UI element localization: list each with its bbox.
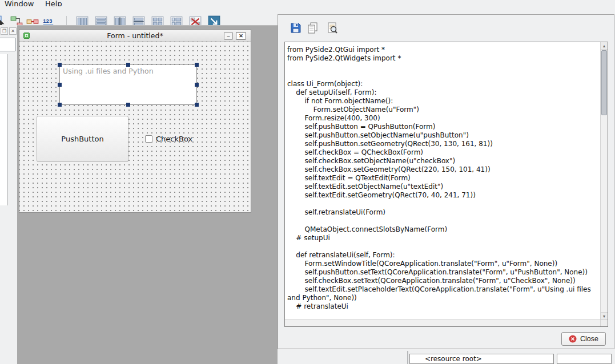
code-line: if not Form.objectName(): [287, 97, 598, 106]
code-line [287, 63, 598, 71]
code-line: self.checkBox = QCheckBox(Form) [287, 148, 598, 157]
code-line: self.pushButton.setObjectName(u"pushButt… [287, 131, 598, 140]
code-line: self.pushButton.setText(QCoreApplication… [287, 268, 598, 277]
form-window-titlebar[interactable]: Form - untitled* – ✕ [19, 30, 251, 42]
resize-handle-n[interactable] [126, 63, 130, 67]
code-line: self.textEdit = QTextEdit(Form) [287, 174, 598, 183]
tab-order-label: 123 [43, 18, 53, 24]
vertical-scrollbar[interactable]: ▲ ▼ [600, 42, 608, 319]
code-preview-dialog: from PySide2.QtGui import *from PySide2.… [278, 14, 614, 349]
save-icon[interactable] [288, 21, 303, 35]
resize-handle-se[interactable] [195, 103, 199, 107]
widgetbox-filter-input[interactable] [0, 38, 16, 51]
resize-handle-sw[interactable] [58, 103, 62, 107]
dialog-close-button[interactable]: Close [561, 332, 606, 346]
find-preview-icon[interactable] [325, 21, 340, 35]
code-line: # setupUi [287, 234, 598, 242]
code-line: self.checkBox.setText(QCoreApplication.t… [287, 277, 598, 285]
dock-float-icon[interactable]: ❐ [1, 27, 8, 35]
minimize-button[interactable]: – [224, 32, 233, 40]
code-line: from PySide2.QtWidgets import * [287, 54, 598, 63]
menu-help[interactable]: Help [41, 0, 67, 6]
resource-side-panel [557, 354, 612, 364]
code-line: Form.setObjectName(u"Form") [287, 106, 598, 114]
code-line: from PySide2.QtGui import * [287, 46, 598, 54]
code-line: self.retranslateUi(Form) [287, 208, 598, 217]
code-line: # retranslateUi [287, 302, 598, 311]
checkbox-indicator[interactable] [145, 135, 152, 143]
textedit-widget[interactable]: Using .ui files and Python [59, 64, 197, 105]
resize-handle-s[interactable] [126, 103, 130, 107]
code-line: and Python", None)) [287, 294, 598, 302]
code-line [287, 242, 598, 251]
code-line [287, 217, 598, 225]
pushbutton-widget[interactable]: PushButton [37, 116, 128, 162]
scroll-down-icon[interactable]: ▼ [601, 312, 608, 319]
resize-handle-nw[interactable] [58, 63, 62, 67]
scrollbar-thumb[interactable] [601, 50, 607, 115]
checkbox-widget[interactable]: CheckBox [145, 127, 203, 151]
code-line: self.textEdit.setGeometry(QRect(70, 40, … [287, 191, 598, 200]
form-canvas[interactable]: Using .ui files and Python PushButton Ch… [19, 42, 251, 212]
resize-handle-e[interactable] [195, 83, 199, 87]
form-designer-window[interactable]: Form - untitled* – ✕ Using .ui files and… [19, 29, 251, 213]
dock-close-icon[interactable]: ✕ [9, 27, 17, 35]
code-line: self.checkBox.setGeometry(QRect(220, 150… [287, 165, 598, 174]
resource-browser[interactable]: <resource root> [409, 354, 554, 364]
code-view[interactable]: from PySide2.QtGui import *from PySide2.… [284, 42, 608, 327]
code-line: self.pushButton = QPushButton(Form) [287, 123, 598, 131]
close-circle-icon [569, 335, 577, 343]
dock-splitter[interactable] [407, 351, 408, 364]
menu-window[interactable]: Window [0, 0, 38, 6]
code-line: self.textEdit.setObjectName(u"textEdit") [287, 183, 598, 191]
resize-handle-w[interactable] [58, 83, 62, 87]
code-line: self.pushButton.setGeometry(QRect(30, 13… [287, 140, 598, 148]
textedit-placeholder: Using .ui files and Python [63, 67, 154, 75]
resize-handle-ne[interactable] [195, 63, 199, 67]
code-line [287, 200, 598, 208]
resource-root-item[interactable]: <resource root> [425, 355, 482, 363]
checkbox-label: CheckBox [156, 135, 192, 143]
copy-icon[interactable] [306, 21, 320, 35]
widgetbox-list[interactable] [0, 54, 8, 205]
code-line: Form.resize(400, 300) [287, 114, 598, 123]
form-window-title: Form - untitled* [19, 31, 251, 40]
code-line: class Ui_Form(object): [287, 80, 598, 88]
code-line: self.checkBox.setObjectName(u"checkBox") [287, 157, 598, 165]
menubar: Window Help [0, 0, 615, 6]
horizontal-scrollbar[interactable] [285, 319, 600, 326]
code-line: def retranslateUi(self, Form): [287, 251, 598, 260]
code-content[interactable]: from PySide2.QtGui import *from PySide2.… [285, 42, 600, 319]
code-line [287, 71, 598, 80]
left-dock-strip: ❐ ✕ [0, 25, 17, 364]
scroll-up-icon[interactable]: ▲ [601, 42, 608, 50]
code-line: QMetaObject.connectSlotsByName(Form) [287, 225, 598, 234]
code-line: def setupUi(self, Form): [287, 88, 598, 97]
close-button-label: Close [580, 335, 598, 343]
mdi-area: Form - untitled* – ✕ Using .ui files and… [17, 25, 278, 364]
code-line: self.textEdit.setPlaceholderText(QCoreAp… [287, 285, 598, 294]
scrollbar-corner [600, 319, 608, 326]
close-button[interactable]: ✕ [236, 32, 246, 40]
code-line: Form.setWindowTitle(QCoreApplication.tra… [287, 260, 598, 268]
